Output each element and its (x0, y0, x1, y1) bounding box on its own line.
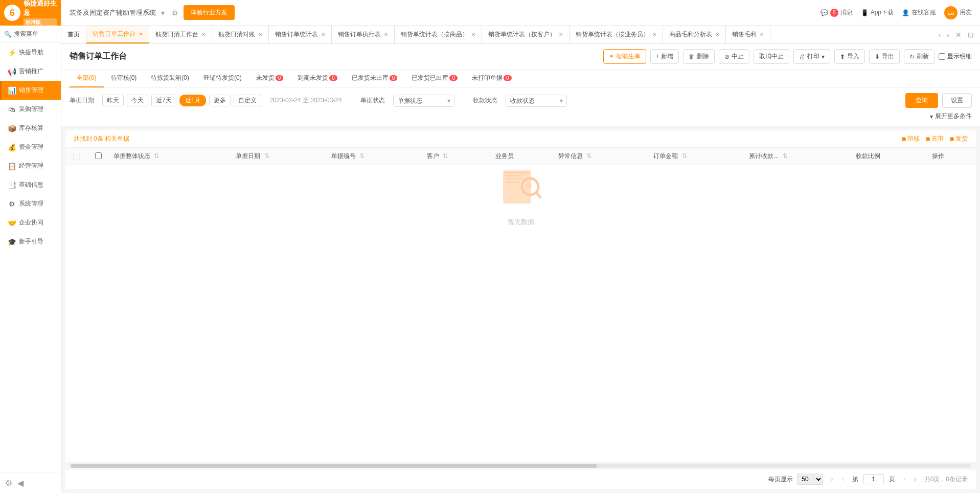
sidebar-item-guide[interactable]: 🎓 新手引导 (0, 232, 61, 251)
date-today[interactable]: 今天 (127, 95, 148, 106)
expand-icon[interactable]: ▾ (161, 9, 165, 17)
stop-button[interactable]: ⊘ 中止 (719, 49, 749, 64)
tab-close-all-icon[interactable]: ✕ (953, 30, 964, 40)
tab-close-icon[interactable]: ✕ (139, 31, 143, 37)
date-custom[interactable]: 自定义 (234, 95, 261, 106)
smart-order-button[interactable]: ✦ 智能生单 (603, 49, 646, 64)
tab-close-icon[interactable]: ✕ (201, 32, 206, 37)
tab-close-icon[interactable]: ✕ (258, 32, 262, 37)
next-page-btn[interactable]: › (900, 475, 908, 484)
tab-prev-icon[interactable]: ‹ (937, 30, 943, 40)
page-size-select[interactable]: 20 50 100 (797, 474, 823, 485)
subtab-wangpu[interactable]: 旺铺待发货(0) (196, 70, 249, 87)
search-menu[interactable]: 🔍 搜索菜单 (0, 26, 61, 43)
date-7days[interactable]: 近7天 (151, 95, 176, 106)
sidebar-item-purchase[interactable]: 🛍 采购管理 (0, 100, 61, 119)
tab-next-icon[interactable]: › (945, 30, 951, 40)
set-button[interactable]: 设置 (942, 93, 972, 108)
app-download-action[interactable]: 📱 App下载 (861, 8, 894, 17)
tab-product-margin[interactable]: 商品毛利分析表 ✕ (663, 26, 726, 43)
tab-sales-product[interactable]: 销货单统计表（按商品） ✕ (395, 26, 482, 43)
col-staff[interactable]: 业务员 (490, 148, 553, 165)
select-all-checkbox[interactable] (95, 152, 102, 159)
settings-icon[interactable]: ⚙ (5, 478, 12, 488)
sidebar-item-enterprise[interactable]: 🤝 企业协同 (0, 213, 61, 232)
tab-close-icon[interactable]: ✕ (321, 32, 325, 37)
subtab-pending-review[interactable]: 待审核(0) (104, 70, 144, 87)
sidebar-item-inventory[interactable]: 📦 库存核算 (0, 119, 61, 138)
tab-sales-staff[interactable]: 销货单统计表（按业务员） ✕ (569, 26, 663, 43)
status-select[interactable]: 单据状态 (393, 95, 454, 107)
tab-sales-customer[interactable]: 销货单统计表（按客户） ✕ (482, 26, 569, 43)
tab-close-icon[interactable]: ✕ (471, 32, 475, 37)
print-button[interactable]: 🖨 打印 ▾ (793, 49, 830, 64)
settings-gear-icon[interactable]: ⚙ (172, 9, 178, 17)
subtab-shipped-not-out[interactable]: 已发货未出库0 (345, 70, 405, 87)
col-check[interactable] (88, 148, 108, 165)
prev-page-btn[interactable]: ‹ (839, 475, 847, 484)
tab-close-icon[interactable]: ✕ (559, 32, 563, 37)
import-button[interactable]: ⬆ 导入 (834, 49, 865, 64)
refresh-button[interactable]: ↻ 刷新 (904, 49, 935, 64)
collapse-icon[interactable]: ◀ (17, 478, 24, 488)
tab-close-icon[interactable]: ✕ (652, 32, 656, 37)
scroll-thumb[interactable] (71, 464, 597, 468)
payment-select[interactable]: 收款状态 (506, 95, 567, 107)
delete-button[interactable]: 🗑 删除 (683, 49, 715, 64)
tab-cash-daily[interactable]: 钱货日清工作台 ✕ (149, 26, 212, 43)
sidebar-item-sales[interactable]: 📊 销售管理 (0, 81, 61, 100)
sidebar-item-finance[interactable]: 💰 资金管理 (0, 138, 61, 156)
first-page-btn[interactable]: « (827, 475, 837, 484)
tab-expand-icon[interactable]: ⊡ (966, 30, 976, 40)
user-profile[interactable]: Ea 用友 (944, 6, 972, 19)
sidebar-item-basic-info[interactable]: 📑 基础信息 (0, 175, 61, 194)
enterprise-icon: 🤝 (8, 219, 16, 227)
ship-op-btn[interactable]: 发货 (950, 135, 968, 143)
col-amount[interactable]: 订单金额 ⇅ (648, 148, 744, 165)
sidebar-item-quick-nav[interactable]: ⚡ 快捷导航 (0, 43, 61, 62)
subtab-shipped-out[interactable]: 已发货已出库0 (404, 70, 465, 87)
subtab-overdue[interactable]: 到期未发货0 (290, 70, 345, 87)
date-1month[interactable]: 近1月 (179, 95, 207, 106)
sidebar-item-system[interactable]: ⚙ 系统管理 (0, 194, 61, 213)
online-service-action[interactable]: 👤 在线客服 (902, 8, 936, 17)
col-number[interactable]: 单据编号 ⇅ (326, 148, 422, 165)
subtab-pending-inspect[interactable]: 待拣货装箱(0) (144, 70, 196, 87)
tab-home[interactable]: 首页 (61, 26, 86, 43)
tab-close-icon[interactable]: ✕ (384, 32, 388, 37)
add-button[interactable]: + 新增 (650, 49, 679, 64)
col-date[interactable]: 单据日期 ⇅ (231, 148, 326, 165)
tab-sales-exec[interactable]: 销售订单执行表 ✕ (332, 26, 395, 43)
solution-button[interactable]: 体验行业方案 (184, 5, 235, 20)
tab-sales-stat[interactable]: 销售订单统计表 ✕ (269, 26, 332, 43)
expand-more-btn[interactable]: ▾ 展开更多条件 (930, 112, 972, 121)
cancel-stop-button[interactable]: 取消中止 (754, 49, 789, 64)
query-button[interactable]: 查询 (905, 93, 938, 108)
show-detail-label[interactable]: 显示明细 (939, 52, 972, 61)
page-input[interactable] (863, 474, 884, 484)
subtab-not-printed[interactable]: 未打印单据0 (465, 70, 519, 87)
sidebar-item-marketing[interactable]: 📢 营销推广 (0, 62, 61, 81)
tab-close-icon[interactable]: ✕ (715, 32, 719, 37)
col-customer[interactable]: 客户 ⇅ (422, 148, 490, 165)
scroll-track[interactable] (71, 464, 971, 468)
show-detail-checkbox[interactable] (939, 53, 945, 60)
tab-sales-more[interactable]: 销售毛利 ✕ (726, 26, 770, 43)
date-yesterday[interactable]: 昨天 (102, 95, 124, 106)
date-more[interactable]: 更多 (209, 95, 231, 106)
export-button[interactable]: ⬇ 导出 (869, 49, 900, 64)
sidebar-item-operations[interactable]: 📋 经营管理 (0, 156, 61, 175)
tab-cash-reconcile[interactable]: 钱货日清对账 ✕ (212, 26, 269, 43)
col-status[interactable]: 单据整体状态 ⇅ (108, 148, 231, 165)
review-op-btn[interactable]: 审核 (902, 135, 920, 143)
message-action[interactable]: 💬 6 消息 (821, 8, 853, 17)
cancel-op-btn[interactable]: 充审 (926, 135, 944, 143)
tab-sales-workbench[interactable]: 销售订单工作台 ✕ (86, 26, 149, 43)
tab-close-icon[interactable]: ✕ (760, 32, 764, 37)
subtab-all[interactable]: 全部(0) (70, 70, 104, 87)
col-abnormal[interactable]: 异常信息 ⇅ (553, 148, 649, 165)
table-scroll[interactable]: ⋮⋮ 单据整体状态 ⇅ 单据日期 ⇅ 单据编号 ⇅ 客户 ⇅ 业务员 异常信息 … (65, 148, 976, 462)
last-page-btn[interactable]: » (910, 475, 920, 484)
subtab-not-shipped[interactable]: 未发货0 (249, 70, 291, 87)
col-received[interactable]: 累计收款... ⇅ (744, 148, 851, 165)
